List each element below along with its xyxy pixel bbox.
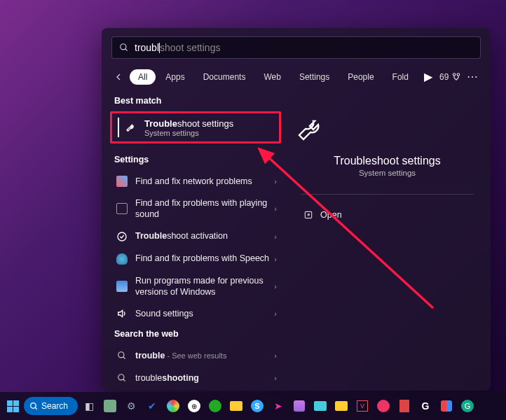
filter-tabs-row: All Apps Documents Web Settings People F…: [102, 64, 491, 92]
chevron-right-icon: ›: [274, 204, 277, 213]
search-typed-text: troubl: [135, 42, 159, 53]
more-filters-icon[interactable]: ▶: [420, 67, 437, 86]
chevron-right-icon: ›: [274, 232, 277, 241]
chevron-right-icon: ›: [274, 282, 277, 290]
taskbar-app-6[interactable]: [205, 396, 225, 416]
details-card: Troubleshoot settings System settings: [294, 106, 481, 177]
taskbar-app-16[interactable]: G: [416, 396, 435, 416]
taskbar-app-18[interactable]: G: [458, 396, 477, 416]
svg-point-5: [118, 352, 124, 358]
taskbar: Search ◧ ⚙ ✔ ⊕ S ➤ V G G: [0, 392, 506, 420]
taskbar-app-17[interactable]: [437, 396, 456, 416]
filter-tab-settings[interactable]: Settings: [291, 69, 338, 85]
task-view-icon[interactable]: ◧: [79, 396, 99, 416]
best-match-text: Troubleshoot settings System settings: [144, 118, 233, 137]
item-label: Run programs made for previous versions …: [135, 275, 274, 298]
filter-tab-all[interactable]: All: [130, 69, 156, 85]
search-icon: [119, 43, 129, 52]
svg-point-3: [457, 73, 460, 76]
open-action[interactable]: Open: [294, 206, 481, 224]
svg-line-12: [35, 407, 37, 410]
settings-item-sound-settings[interactable]: Sound settings ›: [111, 302, 281, 325]
web-result-troubleshooting[interactable]: troubleshooting ›: [111, 367, 281, 389]
compat-icon: [116, 280, 128, 293]
svg-line-6: [123, 357, 125, 359]
search-label: Search: [41, 401, 68, 411]
rewards-points[interactable]: 69: [439, 72, 461, 82]
svg-point-11: [31, 402, 36, 408]
search-input-bar[interactable]: troublshoot settings: [111, 36, 481, 59]
taskbar-search-button[interactable]: Search: [24, 397, 78, 415]
svg-point-0: [121, 44, 126, 50]
svg-line-1: [125, 49, 128, 51]
search-icon: [116, 349, 128, 362]
item-label: trouble - See web results: [135, 350, 274, 361]
best-match-subtitle: System settings: [144, 129, 233, 137]
open-icon: [303, 210, 313, 220]
item-label: Find and fix network problems: [135, 176, 274, 187]
web-result-trouble[interactable]: trouble - See web results ›: [111, 344, 281, 367]
taskbar-app-11[interactable]: [310, 396, 330, 416]
settings-item-network[interactable]: Find and fix network problems ›: [111, 170, 281, 192]
item-label: Find and fix problems with playing sound: [135, 197, 274, 220]
best-match-title-bold: Trouble: [144, 118, 177, 129]
photos-header: Photos (9+): [111, 389, 281, 391]
item-label: Find and fix problems with Speech: [135, 253, 274, 264]
more-options-icon[interactable]: ⋯: [463, 70, 482, 83]
taskbar-app-14[interactable]: [374, 396, 393, 416]
web-header: Search the web: [111, 325, 281, 344]
settings-item-speech[interactable]: Find and fix problems with Speech ›: [111, 248, 281, 270]
filter-tab-people[interactable]: People: [339, 69, 382, 85]
results-content: Best match Troubleshoot settings System …: [102, 92, 491, 391]
search-ghost-text: shoot settings: [160, 42, 220, 53]
taskbar-app-10[interactable]: [289, 396, 309, 416]
start-button[interactable]: [3, 396, 22, 416]
chevron-right-icon: ›: [274, 177, 277, 186]
taskbar-app-8[interactable]: S: [247, 396, 267, 416]
microphone-icon: [116, 253, 128, 265]
filter-tab-apps[interactable]: Apps: [157, 69, 193, 85]
volume-icon: [116, 307, 128, 320]
open-label: Open: [320, 210, 342, 220]
svg-point-7: [118, 374, 124, 380]
details-subtitle: System settings: [294, 169, 481, 177]
details-title: Troubleshoot settings: [294, 155, 481, 167]
search-icon: [116, 372, 128, 384]
taskbar-app-1[interactable]: [100, 396, 120, 416]
chevron-right-icon: ›: [274, 374, 277, 382]
item-label: troubleshooting: [135, 372, 274, 384]
svg-line-8: [123, 379, 125, 382]
settings-item-activation[interactable]: Troubleshoot activation ›: [111, 225, 281, 248]
taskbar-app-12[interactable]: [331, 396, 351, 416]
taskbar-app-3[interactable]: ✔: [142, 396, 162, 416]
filter-tab-documents[interactable]: Documents: [195, 69, 254, 85]
best-match-result[interactable]: Troubleshoot settings System settings: [110, 111, 281, 144]
settings-item-sound-problems[interactable]: Find and fix problems with playing sound…: [111, 192, 281, 225]
wrench-icon: [125, 121, 137, 134]
chevron-right-icon: ›: [274, 255, 277, 263]
back-arrow-icon[interactable]: [109, 69, 128, 85]
settings-item-compatibility[interactable]: Run programs made for previous versions …: [111, 270, 281, 303]
wrench-large-icon: [294, 113, 481, 146]
settings-header: Settings: [111, 150, 281, 170]
svg-point-4: [118, 232, 126, 241]
filter-tab-web[interactable]: Web: [255, 69, 289, 85]
selection-indicator: [118, 118, 119, 137]
details-pane: Troubleshoot settings System settings Op…: [284, 92, 491, 391]
filter-tab-folders[interactable]: Fold: [384, 69, 417, 85]
taskbar-app-7[interactable]: [226, 396, 246, 416]
taskbar-app-15[interactable]: [395, 396, 414, 416]
taskbar-app-2[interactable]: ⚙: [121, 396, 141, 416]
item-label: Troubleshoot activation: [135, 230, 274, 241]
taskbar-app-13[interactable]: V: [353, 396, 372, 416]
best-match-title-rest: shoot settings: [177, 118, 233, 129]
taskbar-app-9[interactable]: ➤: [268, 396, 288, 416]
sound-file-icon: [116, 202, 128, 215]
item-label: Sound settings: [135, 308, 274, 319]
points-value: 69: [439, 72, 449, 82]
network-icon: [116, 175, 128, 188]
taskbar-app-5[interactable]: ⊕: [184, 396, 204, 416]
taskbar-app-4[interactable]: [163, 396, 183, 416]
check-circle-icon: [116, 230, 128, 243]
svg-point-2: [453, 73, 456, 76]
